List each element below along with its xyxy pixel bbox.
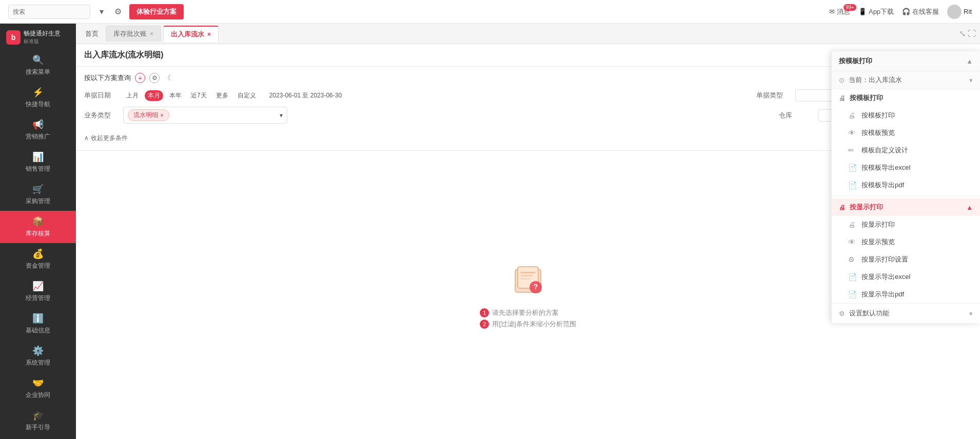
search-input[interactable]: [8, 5, 90, 19]
dropdown-collapse-btn[interactable]: ▲: [966, 57, 973, 65]
display-preview-item[interactable]: 👁 按显示预览: [832, 233, 980, 251]
filter-collapse-btn[interactable]: 《: [164, 73, 171, 83]
sidebar-item-basic[interactable]: ℹ️ 基础信息: [0, 308, 76, 340]
messages-btn[interactable]: ✉ 消息 99+: [829, 7, 850, 16]
sidebar-item-label: 销售管理: [26, 165, 50, 173]
sidebar: b 畅捷通好生意 标准版 🔍 搜索菜单 ⚡ 快捷导航 📢 营销推广 📊: [0, 24, 76, 439]
date-current-year[interactable]: 本年: [166, 90, 185, 101]
tab-flow[interactable]: 出入库流水 ×: [163, 26, 219, 42]
headset-icon: 🎧: [902, 8, 910, 15]
operations-nav-icon: 📈: [32, 281, 44, 292]
template-print-header[interactable]: 🖨 按模板打印: [832, 89, 980, 107]
tab-home[interactable]: 首页: [80, 26, 104, 42]
page-title: 出入库流水(流水明细): [84, 50, 164, 61]
display-print-settings-item[interactable]: ⚙ 按显示打印设置: [832, 251, 980, 268]
dropdown-icon[interactable]: ▾: [94, 5, 109, 19]
date-custom[interactable]: 自定义: [234, 90, 259, 101]
dropdown-footer: ⚙ 设置默认功能 ▾: [832, 303, 980, 323]
svg-text:?: ?: [534, 283, 538, 291]
sidebar-item-label: 系统管理: [26, 358, 50, 367]
tab-batch-label: 库存批次账: [113, 29, 147, 38]
sidebar-item-search[interactable]: 🔍 搜索菜单: [0, 49, 76, 82]
inventory-nav-icon: 📦: [32, 216, 44, 227]
tabs-bar: 首页 库存批次账 × 出入库流水 × ⤡ ⛶: [76, 24, 980, 44]
footer-left[interactable]: ⚙ 设置默认功能: [839, 309, 889, 318]
tip-num-2: 2: [480, 320, 489, 329]
display-print-settings-icon: ⚙: [848, 255, 857, 264]
tab-expand-btn[interactable]: ⤡: [959, 29, 966, 38]
sidebar-item-operations[interactable]: 📈 经营管理: [0, 275, 76, 308]
template-print-item-icon: 🖨: [848, 111, 857, 119]
sidebar-logo: b 畅捷通好生意 标准版: [0, 24, 76, 49]
tab-batch-close[interactable]: ×: [150, 30, 153, 37]
sidebar-item-guide[interactable]: 🎓 新手引导: [0, 405, 76, 437]
tip-item-1: 1 请先选择要分析的方案: [480, 308, 576, 317]
display-export-excel-item[interactable]: 📄 按显示导出excel: [832, 268, 980, 286]
search-nav-icon: 🔍: [32, 54, 44, 66]
display-section-chevron-up: ▲: [966, 204, 973, 211]
flow-tag-close[interactable]: ×: [160, 112, 164, 119]
display-print-header[interactable]: 🖨 按显示打印 ▲: [832, 198, 980, 216]
filter-add-btn[interactable]: +: [135, 73, 145, 83]
template-print-item[interactable]: 🖨 按模板打印: [832, 107, 980, 124]
display-print-section-label: 按显示打印: [850, 203, 883, 212]
template-export-excel-item[interactable]: 📄 按模板导出excel: [832, 159, 980, 176]
template-export-pdf-item[interactable]: 📄 按模板导出pdf: [832, 176, 980, 194]
tip-num-1: 1: [480, 308, 489, 317]
sidebar-item-marketing[interactable]: 📢 营销推广: [0, 114, 76, 146]
display-print-item-label: 按显示打印: [861, 220, 895, 229]
sidebar-item-sales[interactable]: 📊 销售管理: [0, 146, 76, 178]
finance-nav-icon: 💰: [32, 248, 44, 260]
tab-batch[interactable]: 库存批次账 ×: [106, 26, 161, 42]
logo-line1: 畅捷通好生意: [24, 30, 61, 38]
template-custom-design-icon: ✏: [848, 146, 857, 154]
online-service-btn[interactable]: 🎧 在线客服: [902, 7, 939, 16]
tab-maximize-btn[interactable]: ⛶: [968, 29, 976, 38]
guide-nav-icon: 🎓: [32, 410, 44, 421]
date-last-7-days[interactable]: 近7天: [188, 90, 210, 101]
biz-type-select[interactable]: 流水明细 × ▾: [123, 107, 287, 124]
sidebar-item-system[interactable]: ⚙️ 系统管理: [0, 340, 76, 372]
sidebar-item-inventory[interactable]: 📦 库存核算: [0, 211, 76, 243]
phone-icon: 📱: [858, 8, 867, 15]
tab-flow-label: 出入库流水: [171, 30, 204, 39]
basic-nav-icon: ℹ️: [32, 313, 44, 324]
svg-rect-4: [520, 278, 531, 280]
logo-line2: 标准版: [24, 38, 61, 45]
date-filter-label: 单据日期: [84, 91, 115, 100]
filter-settings-btn[interactable]: ⚙: [149, 73, 160, 83]
footer-label: 设置默认功能: [849, 309, 889, 318]
empty-state-icon: ?: [507, 259, 548, 300]
sidebar-item-enterprise[interactable]: 🤝 企业协同: [0, 372, 76, 405]
collapse-more-btn[interactable]: ∧ 收起更多条件: [84, 134, 128, 143]
template-preview-label: 按模板预览: [861, 128, 895, 137]
sidebar-nav: 🔍 搜索菜单 ⚡ 快捷导航 📢 营销推广 📊 销售管理 🛒 采购管理 📦: [0, 49, 76, 439]
sidebar-item-label: 营销推广: [26, 132, 50, 141]
flow-tag[interactable]: 流水明细 ×: [128, 109, 169, 121]
current-template-label: 当前：出入库流水: [849, 75, 902, 85]
tab-flow-close[interactable]: ×: [207, 31, 211, 38]
display-print-item[interactable]: 🖨 按显示打印: [832, 216, 980, 233]
avatar: [947, 5, 962, 19]
sidebar-item-label: 资金管理: [26, 262, 50, 270]
display-print-item-icon: 🖨: [848, 221, 857, 229]
date-current-month[interactable]: 本月: [145, 90, 163, 101]
date-prev-month[interactable]: 上月: [123, 90, 142, 101]
user-profile-btn[interactable]: Rit: [947, 5, 972, 19]
sidebar-item-finance[interactable]: 💰 资金管理: [0, 243, 76, 275]
industry-btn[interactable]: 体验行业方案: [129, 4, 184, 19]
display-export-pdf-item[interactable]: 📄 按显示导出pdf: [832, 286, 980, 303]
template-preview-item[interactable]: 👁 按模板预览: [832, 124, 980, 142]
marketing-nav-icon: 📢: [32, 119, 44, 130]
online-service-label: 在线客服: [912, 7, 939, 16]
sidebar-item-apps[interactable]: 🔲 应用中心: [0, 437, 76, 439]
sidebar-item-purchase[interactable]: 🛒 采购管理: [0, 178, 76, 211]
app-download-btn[interactable]: 📱 App下载: [858, 7, 894, 16]
template-custom-design-item[interactable]: ✏ 模板自定义设计: [832, 142, 980, 159]
date-options: 上月 本月 本年 近7天 更多 自定义: [123, 90, 259, 101]
display-preview-icon: 👁: [848, 238, 857, 246]
settings-icon[interactable]: ⚙: [111, 5, 125, 19]
date-more[interactable]: 更多: [213, 90, 231, 101]
template-custom-design-label: 模板自定义设计: [861, 146, 908, 155]
sidebar-item-quick[interactable]: ⚡ 快捷导航: [0, 82, 76, 114]
